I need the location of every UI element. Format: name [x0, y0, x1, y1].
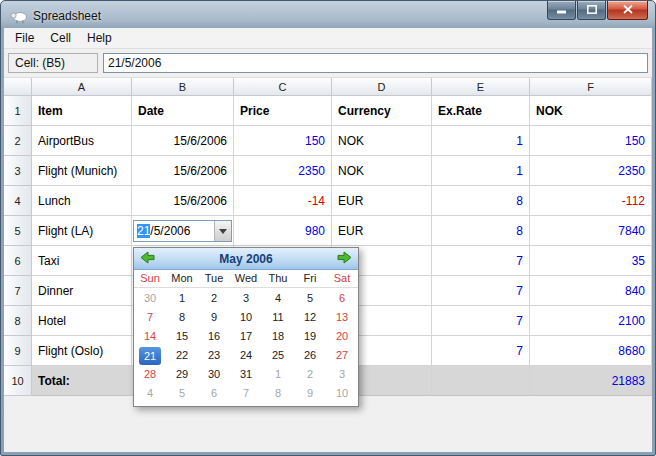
minimize-button[interactable]	[547, 1, 576, 20]
calendar-day-26[interactable]: 26	[294, 346, 326, 365]
cell-A10[interactable]: Total:	[32, 366, 132, 396]
cell-E7[interactable]: 7	[432, 276, 530, 306]
calendar-day-1[interactable]: 1	[262, 365, 294, 384]
date-editor[interactable]: 21/5/2006	[133, 220, 232, 242]
calendar-day-25[interactable]: 25	[262, 346, 294, 365]
column-header-a[interactable]: A	[32, 78, 132, 96]
calendar-day-6[interactable]: 6	[198, 384, 230, 403]
calendar-day-27[interactable]: 27	[326, 346, 358, 365]
row-header-10[interactable]: 10	[4, 366, 32, 396]
calendar-day-10[interactable]: 10	[230, 308, 262, 327]
column-header-f[interactable]: F	[530, 78, 652, 96]
calendar-day-16[interactable]: 16	[198, 327, 230, 346]
calendar-day-9[interactable]: 9	[294, 384, 326, 403]
cell-F5[interactable]: 7840	[530, 216, 652, 246]
close-button[interactable]	[607, 1, 648, 20]
cell-B5[interactable]: 21/5/2006	[132, 216, 234, 246]
cell-D1[interactable]: Currency	[332, 96, 432, 126]
cell-D5[interactable]: EUR	[332, 216, 432, 246]
calendar-day-23[interactable]: 23	[198, 346, 230, 365]
calendar-day-10[interactable]: 10	[326, 384, 358, 403]
next-month-button[interactable]	[332, 251, 358, 266]
menu-file[interactable]: File	[7, 29, 42, 47]
calendar-day-12[interactable]: 12	[294, 308, 326, 327]
cell-D4[interactable]: EUR	[332, 186, 432, 216]
cell-A7[interactable]: Dinner	[32, 276, 132, 306]
row-header-8[interactable]: 8	[4, 306, 32, 336]
cell-C1[interactable]: Price	[234, 96, 332, 126]
calendar-day-19[interactable]: 19	[294, 327, 326, 346]
cell-F10[interactable]: 21883	[530, 366, 652, 396]
cell-E3[interactable]: 1	[432, 156, 530, 186]
cell-E1[interactable]: Ex.Rate	[432, 96, 530, 126]
menu-help[interactable]: Help	[79, 29, 120, 47]
row-header-1[interactable]: 1	[4, 96, 32, 126]
calendar-day-8[interactable]: 8	[262, 384, 294, 403]
cell-F8[interactable]: 2100	[530, 306, 652, 336]
calendar-day-8[interactable]: 8	[166, 308, 198, 327]
calendar-day-3[interactable]: 3	[326, 365, 358, 384]
calendar-day-29[interactable]: 29	[166, 365, 198, 384]
row-header-5[interactable]: 5	[4, 216, 32, 246]
calendar-day-6[interactable]: 6	[326, 289, 358, 308]
cell-E4[interactable]: 8	[432, 186, 530, 216]
calendar-day-5[interactable]: 5	[166, 384, 198, 403]
column-header-b[interactable]: B	[132, 78, 234, 96]
cell-A6[interactable]: Taxi	[32, 246, 132, 276]
calendar-day-7[interactable]: 7	[230, 384, 262, 403]
row-header-7[interactable]: 7	[4, 276, 32, 306]
row-header-9[interactable]: 9	[4, 336, 32, 366]
cell-A4[interactable]: Lunch	[32, 186, 132, 216]
calendar-day-7[interactable]: 7	[134, 308, 166, 327]
cell-B3[interactable]: 15/6/2006	[132, 156, 234, 186]
calendar-day-14[interactable]: 14	[134, 327, 166, 346]
cell-F9[interactable]: 8680	[530, 336, 652, 366]
cell-F6[interactable]: 35	[530, 246, 652, 276]
calendar-day-21-selected[interactable]: 21	[139, 347, 161, 365]
column-header-d[interactable]: D	[332, 78, 432, 96]
calendar-day-15[interactable]: 15	[166, 327, 198, 346]
cell-E6[interactable]: 7	[432, 246, 530, 276]
cell-F7[interactable]: 840	[530, 276, 652, 306]
calendar-day-1[interactable]: 1	[166, 289, 198, 308]
cell-F4[interactable]: -112	[530, 186, 652, 216]
calendar-day-18[interactable]: 18	[262, 327, 294, 346]
calendar-day-11[interactable]: 11	[262, 308, 294, 327]
row-header-3[interactable]: 3	[4, 156, 32, 186]
calendar-day-24[interactable]: 24	[230, 346, 262, 365]
cell-E9[interactable]: 7	[432, 336, 530, 366]
cell-B1[interactable]: Date	[132, 96, 234, 126]
menu-cell[interactable]: Cell	[42, 29, 79, 47]
cell-F1[interactable]: NOK	[530, 96, 652, 126]
cell-E10[interactable]	[432, 366, 530, 396]
previous-month-button[interactable]	[134, 251, 160, 266]
cell-C2[interactable]: 150	[234, 126, 332, 156]
cell-B4[interactable]: 15/6/2006	[132, 186, 234, 216]
cell-A5[interactable]: Flight (LA)	[32, 216, 132, 246]
calendar-day-13[interactable]: 13	[326, 308, 358, 327]
cell-C4[interactable]: -14	[234, 186, 332, 216]
calendar-day-5[interactable]: 5	[294, 289, 326, 308]
titlebar[interactable]: Spreadsheet	[4, 4, 652, 28]
cell-E5[interactable]: 8	[432, 216, 530, 246]
row-header-4[interactable]: 4	[4, 186, 32, 216]
calendar-day-2[interactable]: 2	[198, 289, 230, 308]
cell-E2[interactable]: 1	[432, 126, 530, 156]
cell-F3[interactable]: 2350	[530, 156, 652, 186]
calendar-day-4[interactable]: 4	[134, 384, 166, 403]
maximize-button[interactable]	[577, 1, 606, 20]
cell-A8[interactable]: Hotel	[32, 306, 132, 336]
calendar-day-2[interactable]: 2	[294, 365, 326, 384]
calendar-day-30[interactable]: 30	[198, 365, 230, 384]
row-header-2[interactable]: 2	[4, 126, 32, 156]
calendar-day-20[interactable]: 20	[326, 327, 358, 346]
chevron-down-icon[interactable]	[214, 221, 231, 241]
calendar-day-4[interactable]: 4	[262, 289, 294, 308]
cell-D2[interactable]: NOK	[332, 126, 432, 156]
cell-C5[interactable]: 980	[234, 216, 332, 246]
cell-B2[interactable]: 15/6/2006	[132, 126, 234, 156]
cell-A1[interactable]: Item	[32, 96, 132, 126]
calendar-day-9[interactable]: 9	[198, 308, 230, 327]
cell-A9[interactable]: Flight (Oslo)	[32, 336, 132, 366]
cell-C3[interactable]: 2350	[234, 156, 332, 186]
